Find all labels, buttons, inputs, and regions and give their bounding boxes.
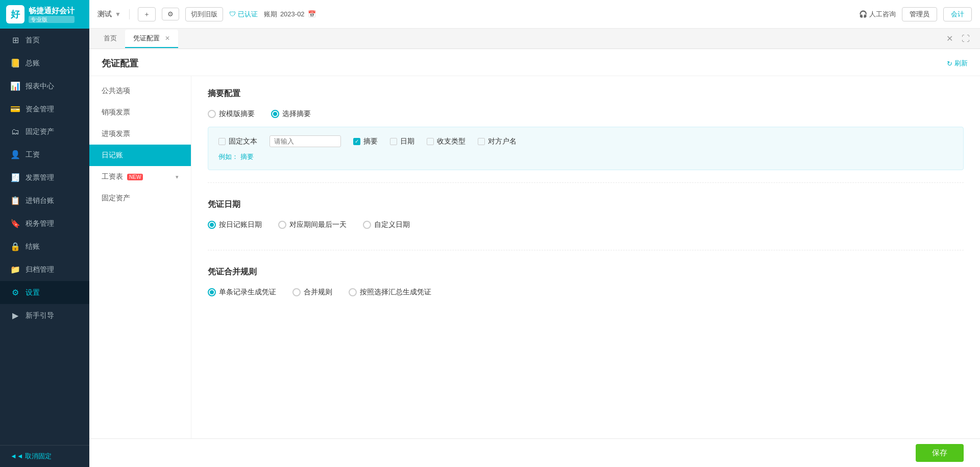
service-label: 人工咨询 <box>869 10 896 19</box>
tab-home[interactable]: 首页 <box>95 30 125 48</box>
sidebar-label-settings: 设置 <box>26 288 40 297</box>
guide-icon: ▶ <box>10 311 20 320</box>
checkbox-box-fixed-text <box>218 138 226 145</box>
tab-voucher-config[interactable]: 凭证配置 ✕ <box>125 30 178 48</box>
sidebar-item-invoice[interactable]: 🧾 发票管理 <box>0 166 89 189</box>
radio-custom-date[interactable]: 自定义日期 <box>363 220 410 229</box>
checkbox-summary[interactable]: ✓ 摘要 <box>353 137 378 146</box>
divider-1 <box>129 9 130 19</box>
radio-template-summary[interactable]: 按模版摘要 <box>208 109 255 119</box>
example-label: 例如： <box>218 153 238 160</box>
left-nav-payroll[interactable]: 工资表 NEW ▾ <box>89 166 191 188</box>
checkbox-box-date <box>390 138 397 145</box>
company-selector[interactable]: 测试 ▼ <box>97 10 121 19</box>
checkbox-fixed-text[interactable]: 固定文本 <box>218 137 257 146</box>
sidebar-item-capital[interactable]: 💳 资金管理 <box>0 98 89 121</box>
sidebar-item-home[interactable]: ⊞ 首页 <box>0 29 89 52</box>
left-nav: 公共选项 销项发票 进项发票 日记账 工资表 NEW <box>89 76 191 438</box>
left-nav-purchase-label: 进项发票 <box>102 129 130 137</box>
logo-icon: 好 <box>6 5 24 24</box>
sidebar-label-capital: 资金管理 <box>26 105 54 114</box>
manager-button[interactable]: 管理员 <box>902 7 937 21</box>
sidebar-item-archive[interactable]: 📁 归档管理 <box>0 258 89 281</box>
refresh-label: 刷新 <box>954 59 968 68</box>
add-button[interactable]: ＋ <box>138 7 156 21</box>
page-container: 凭证配置 ↻ 刷新 公共选项 销项发票 进项发票 <box>89 49 980 438</box>
checkbox-counterparty[interactable]: 对方户名 <box>478 137 517 146</box>
fixed-text-input[interactable] <box>270 135 341 147</box>
left-nav-sales-label: 销项发票 <box>102 108 130 116</box>
new-badge: NEW <box>127 174 143 180</box>
asset-icon: 🗂 <box>10 127 20 136</box>
accountant-button[interactable]: 会计 <box>943 7 972 21</box>
radio-select-summary[interactable]: 选择摘要 <box>271 109 311 119</box>
sidebar-item-guide[interactable]: ▶ 新手引导 <box>0 304 89 327</box>
checkbox-box-summary: ✓ <box>353 138 360 145</box>
sidebar-item-report[interactable]: 📊 报表中心 <box>0 75 89 98</box>
radio-journal-date[interactable]: 按日记账日期 <box>208 220 262 229</box>
page-title: 凭证配置 <box>102 57 138 69</box>
settings-icon: ⚙ <box>10 288 20 297</box>
expand-icon[interactable]: ⛶ <box>960 33 972 45</box>
summary-options-box: 固定文本 ✓ 摘要 日期 <box>208 127 964 170</box>
radio-single[interactable]: 单条记录生成凭证 <box>208 288 276 297</box>
sidebar-label-home: 首页 <box>26 36 40 45</box>
checkbox-pay-type-label: 收支类型 <box>437 137 465 146</box>
sidebar-item-trade[interactable]: 📋 进销台账 <box>0 189 89 212</box>
sidebar-item-close[interactable]: 🔒 结账 <box>0 235 89 258</box>
date-section: 凭证日期 按日记账日期 对应期间最后一天 <box>208 199 964 250</box>
tab-close-icon[interactable]: ✕ <box>165 35 170 42</box>
calendar-icon[interactable]: 📅 <box>308 10 316 18</box>
edition-badge: 专业版 <box>29 16 75 23</box>
checkbox-pay-type[interactable]: 收支类型 <box>427 137 465 146</box>
radio-period-last[interactable]: 对应期间最后一天 <box>278 220 347 229</box>
sidebar-label-asset: 固定资产 <box>26 127 54 136</box>
chevron-right-icon: ▾ <box>176 174 179 180</box>
left-nav-journal[interactable]: 日记账 <box>89 145 191 166</box>
radio-template-label: 按模版摘要 <box>219 109 255 119</box>
left-nav-sales[interactable]: 销项发票 <box>89 102 191 123</box>
unpin-button[interactable]: ◄◄ 取消固定 <box>0 445 89 467</box>
checkbox-fixed-text-label: 固定文本 <box>229 137 257 146</box>
service-button[interactable]: 🎧 人工咨询 <box>859 10 896 19</box>
close-window-icon[interactable]: ✕ <box>943 33 955 45</box>
date-radio-group: 按日记账日期 对应期间最后一天 自定义日期 <box>208 220 964 229</box>
checkbox-date-label: 日期 <box>400 137 414 146</box>
topbar-right: 🎧 人工咨询 管理员 会计 <box>859 7 972 21</box>
checkbox-date[interactable]: 日期 <box>390 137 414 146</box>
sidebar-item-ledger[interactable]: 📒 总账 <box>0 52 89 75</box>
tab-home-label: 首页 <box>104 34 117 42</box>
archive-icon: 📁 <box>10 265 20 274</box>
left-nav-public[interactable]: 公共选项 <box>89 80 191 102</box>
sidebar-item-settings[interactable]: ⚙ 设置 <box>0 281 89 304</box>
sidebar-label-ledger: 总账 <box>26 59 40 68</box>
headset-icon: 🎧 <box>859 10 867 18</box>
radio-select-merge-label: 按照选择汇总生成凭证 <box>360 288 431 297</box>
sidebar-item-asset[interactable]: 🗂 固定资产 <box>0 121 89 143</box>
left-nav-fixed-asset[interactable]: 固定资产 <box>89 188 191 209</box>
inner-layout: 公共选项 销项发票 进项发票 日记账 工资表 NEW <box>89 76 980 438</box>
unpin-label: ◄◄ 取消固定 <box>10 452 52 461</box>
accountant-label: 会计 <box>951 10 964 18</box>
refresh-icon: ↻ <box>947 60 952 67</box>
switch-old-label: 切到旧版 <box>191 10 217 19</box>
sidebar-label-salary: 工资 <box>26 150 40 159</box>
checkbox-summary-label: 摘要 <box>363 137 378 146</box>
capital-icon: 💳 <box>10 104 20 114</box>
merge-section: 凭证合并规则 单条记录生成凭证 合并规则 <box>208 267 964 317</box>
date-title: 凭证日期 <box>208 199 964 210</box>
gear-button[interactable]: ⚙ <box>162 8 179 20</box>
tab-bar: 首页 凭证配置 ✕ ✕ ⛶ <box>89 29 980 49</box>
left-nav-purchase[interactable]: 进项发票 <box>89 123 191 145</box>
trade-icon: 📋 <box>10 196 20 205</box>
sidebar-item-salary[interactable]: 👤 工资 <box>0 143 89 166</box>
radio-select-merge[interactable]: 按照选择汇总生成凭证 <box>349 288 431 297</box>
refresh-button[interactable]: ↻ 刷新 <box>947 59 968 68</box>
save-button[interactable]: 保存 <box>916 444 964 462</box>
radio-merge-rule[interactable]: 合并规则 <box>292 288 332 297</box>
left-nav-payroll-label: 工资表 <box>102 172 123 181</box>
switch-old-btn[interactable]: 切到旧版 <box>185 7 223 21</box>
left-nav-fixed-asset-label: 固定资产 <box>102 194 130 202</box>
sidebar-item-tax[interactable]: 🔖 税务管理 <box>0 212 89 235</box>
sidebar-label-tax: 税务管理 <box>26 219 54 228</box>
